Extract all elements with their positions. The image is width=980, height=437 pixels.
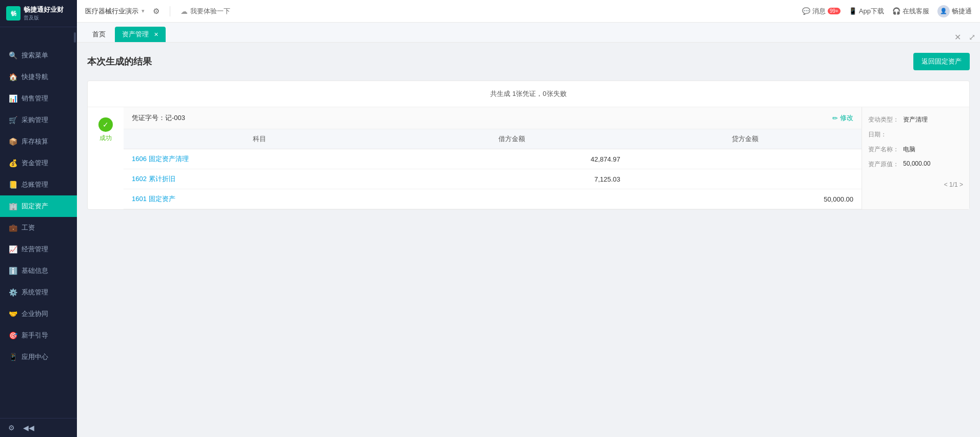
table-row: 1606 固定资产清理 42,874.97	[124, 149, 862, 169]
sidebar-item-label: 总账管理	[22, 180, 48, 189]
sidebar-item-purchase[interactable]: 🛒 采购管理	[0, 109, 77, 131]
voucher-no-value: 记-003	[165, 114, 185, 122]
guide-icon: 🎯	[8, 331, 17, 340]
info-icon: ℹ️	[8, 266, 17, 275]
logo-edition: 普及版	[24, 14, 64, 22]
box-icon: 📦	[8, 137, 17, 146]
table-row: 1602 累计折旧 7,125.03	[124, 169, 862, 189]
search-icon: 🔍	[8, 51, 17, 60]
debit-2: 7,125.03	[395, 169, 628, 189]
sidebar-item-system[interactable]: ⚙️ 系统管理	[0, 282, 77, 303]
return-button[interactable]: 返回固定资产	[913, 53, 970, 70]
table-row: 1601 固定资产 50,000.00	[124, 189, 862, 209]
settings-bottom-icon[interactable]: ⚙	[8, 424, 15, 432]
logo-name: 畅捷通好业财	[24, 5, 64, 14]
tab-bar: 首页 资产管理 ✕	[77, 23, 980, 43]
voucher-no-label: 凭证字号：	[132, 114, 165, 122]
message-icon: 💬	[802, 7, 810, 15]
money-icon: 💰	[8, 158, 17, 168]
sidebar-item-inventory[interactable]: 📦 库存核算	[0, 131, 77, 152]
asset-value-label: 资产原值：	[868, 160, 899, 169]
success-indicator: ✓ 成功	[88, 107, 124, 209]
message-badge: 99+	[828, 8, 841, 14]
handshake-icon: 🤝	[8, 309, 17, 319]
sidebar-item-label: 搜索菜单	[22, 51, 48, 60]
tab-assets[interactable]: 资产管理 ✕	[115, 27, 166, 42]
asset-name-row: 资产名称： 电脑	[868, 145, 963, 154]
debit-3	[395, 189, 628, 209]
voucher-left: 凭证字号：记-003 ✏ 修改 科目 借方金额 贷方金额	[124, 107, 862, 209]
subject-3: 1601 固定资产	[124, 189, 395, 209]
sidebar-item-label: 销售管理	[22, 94, 48, 103]
sidebar-item-salary[interactable]: 💼 工资	[0, 217, 77, 239]
sidebar-item-sales[interactable]: 📊 销售管理	[0, 88, 77, 109]
sidebar-nav: 🔍 搜索菜单 🏠 快捷导航 📊 销售管理 🛒 采购管理 📦 库存核算 💰 资金管…	[0, 45, 77, 418]
sidebar-item-guide[interactable]: 🎯 新手引导	[0, 325, 77, 346]
success-icon: ✓	[98, 117, 113, 132]
app-label: App下载	[859, 7, 884, 16]
collapse-icon[interactable]: ◀◀	[23, 424, 34, 432]
sidebar-item-apps[interactable]: 📱 应用中心	[0, 346, 77, 368]
building-icon: 🏢	[8, 202, 17, 211]
salary-icon: 💼	[8, 223, 17, 232]
sidebar-item-fixed-assets[interactable]: 🏢 固定资产	[0, 195, 77, 217]
pagination[interactable]: < 1/1 >	[868, 175, 963, 188]
sidebar-item-label: 新手引导	[22, 331, 48, 340]
tab-assets-label: 资产管理	[122, 30, 149, 38]
subject-1: 1606 固定资产清理	[124, 149, 395, 169]
sidebar-item-label: 采购管理	[22, 115, 48, 125]
sidebar-item-coop[interactable]: 🤝 企业协同	[0, 303, 77, 325]
divider	[170, 6, 170, 16]
message-label: 消息	[812, 7, 826, 16]
credit-3: 50,000.00	[629, 189, 862, 209]
cloud-icon: ☁	[181, 7, 188, 15]
page-content: 本次生成的结果 返回固定资产 共生成 1张凭证，0张失败 ✓ 成功 凭证字号：记…	[77, 43, 980, 437]
voucher-number: 凭证字号：记-003	[132, 113, 185, 123]
company-selector[interactable]: 医疗器械行业演示 ▾	[85, 7, 145, 16]
experience-button[interactable]: ☁ 我要体验一下	[181, 7, 230, 16]
sidebar-item-label: 快捷导航	[22, 72, 48, 82]
col-credit-header: 贷方金额	[629, 129, 862, 149]
service-button[interactable]: 🎧 在线客服	[892, 7, 929, 16]
company-name: 医疗器械行业演示	[85, 7, 138, 16]
asset-value-value: 50,000.00	[903, 160, 930, 169]
message-button[interactable]: 💬 消息 99+	[802, 7, 841, 16]
chevron-down-icon: ▾	[142, 8, 145, 14]
sidebar-item-ops[interactable]: 📈 经营管理	[0, 239, 77, 260]
voucher-section: ✓ 成功 凭证字号：记-003 ✏ 修改	[88, 107, 969, 209]
ops-icon: 📈	[8, 245, 17, 254]
sidebar-item-label: 基础信息	[22, 266, 48, 275]
user-menu[interactable]: 👤 畅捷通	[937, 5, 972, 17]
tab-close-icon[interactable]: ✕	[154, 31, 158, 37]
app-download-button[interactable]: 📱 App下载	[849, 7, 884, 16]
sidebar-item-label: 企业协同	[22, 309, 48, 319]
close-panel-button[interactable]: ✕	[951, 31, 964, 43]
sidebar-item-ledger[interactable]: 📒 总账管理	[0, 174, 77, 195]
change-type-value: 资产清理	[903, 115, 928, 124]
ledger-icon: 📒	[8, 180, 17, 189]
sidebar: 畅 畅捷通好业财 普及版 🔍 搜索菜单 🏠 快捷导航 📊 销售管理 🛒 采购管理…	[0, 0, 77, 437]
result-summary: 共生成 1张凭证，0张失败	[88, 81, 969, 107]
headset-icon: 🎧	[892, 7, 901, 15]
main-area: 医疗器械行业演示 ▾ ⚙ ☁ 我要体验一下 💬 消息 99+ 📱 App下载 🎧…	[77, 0, 980, 437]
phone-icon: 📱	[849, 7, 857, 15]
logo-area: 畅 畅捷通好业财 普及版	[0, 0, 77, 27]
service-label: 在线客服	[903, 7, 929, 16]
expand-panel-button[interactable]: ⤢	[966, 31, 978, 43]
sidebar-item-basic[interactable]: ℹ️ 基础信息	[0, 260, 77, 282]
change-type-label: 变动类型：	[868, 115, 899, 124]
sidebar-item-quicknav[interactable]: 🏠 快捷导航	[0, 66, 77, 88]
sidebar-item-label: 经营管理	[22, 245, 48, 254]
asset-name-label: 资产名称：	[868, 145, 899, 154]
sidebar-bottom: ⚙ ◀◀	[0, 418, 77, 437]
tab-home[interactable]: 首页	[85, 27, 113, 42]
sidebar-item-search[interactable]: 🔍 搜索菜单	[0, 45, 77, 66]
asset-name-value: 电脑	[903, 145, 915, 154]
sidebar-item-finance[interactable]: 💰 资金管理	[0, 152, 77, 174]
voucher-right-panel: 变动类型： 资产清理 日期： 资产名称： 电脑 资产原值： 50,000.00	[862, 107, 969, 209]
logo-icon: 畅	[6, 6, 21, 21]
page-title-row: 本次生成的结果 返回固定资产	[87, 53, 970, 70]
edit-button[interactable]: ✏ 修改	[832, 113, 853, 123]
success-label: 成功	[99, 134, 112, 143]
gear-icon[interactable]: ⚙	[153, 7, 159, 16]
